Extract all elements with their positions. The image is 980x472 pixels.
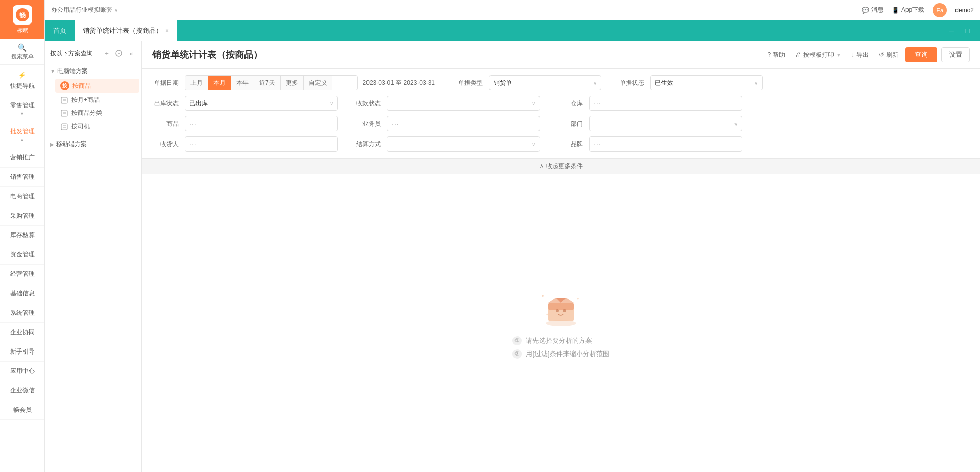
salesperson-label: 业务员 [354, 120, 381, 128]
current-year-button[interactable]: 本年 [231, 76, 254, 90]
prev-month-button[interactable]: 上月 [185, 76, 208, 90]
tab-close-icon[interactable]: × [165, 27, 169, 34]
scheme-by-category[interactable]: 按商品分类 [55, 107, 139, 120]
app-logo[interactable]: 畅 标赋 [0, 0, 44, 39]
collapse-panel-button[interactable]: « [126, 48, 136, 58]
department-control[interactable]: ∨ [589, 116, 742, 131]
topbar: 办公用品行业模拟账套 ∨ 💬 消息 📱 App下载 Ea demo2 [45, 0, 980, 20]
salesperson-control[interactable]: ··· [387, 116, 540, 131]
enterprise-label: 企业协同 [10, 328, 35, 337]
custom-date-button[interactable]: 自定义 [304, 76, 332, 90]
content-area: 按以下方案查询 + « ▼ 电脑端方案 [45, 41, 980, 472]
avatar[interactable]: Ea [933, 3, 947, 17]
collapse-filter-bar[interactable]: ∧ 收起更多条件 [142, 158, 980, 174]
hint-2-text: 用[过滤]条件来缩小分析范围 [526, 349, 609, 359]
filter-row-2: 出库状态 已出库 ∨ 收款状态 ∨ 仓库 ··· [152, 96, 970, 111]
stock-status-control[interactable]: 已出库 ∨ [185, 96, 338, 111]
recipient-control[interactable]: ··· [185, 136, 338, 152]
sidebar-item-operations[interactable]: 经营管理 [0, 265, 44, 284]
sidebar-item-marketing[interactable]: 营销推广 [0, 148, 44, 168]
sidebar-item-appcenter[interactable]: 应用中心 [0, 362, 44, 381]
desktop-arrow-icon: ▼ [50, 68, 55, 74]
empty-hint-1: ① 请先选择要分析的方案 [512, 336, 609, 345]
export-button[interactable]: ↓ 导出 [848, 49, 872, 61]
sidebar-item-weixin[interactable]: 企业微信 [0, 381, 44, 400]
refresh-button[interactable]: ↺ 刷新 [876, 49, 901, 61]
sidebar-item-member[interactable]: 畅会员 [0, 400, 44, 420]
payment-status-control[interactable]: ∨ [387, 96, 540, 111]
product-dots: ··· [189, 120, 197, 128]
salesperson-dots: ··· [391, 120, 399, 128]
warehouse-dots: ··· [594, 99, 601, 107]
finance-label: 资金管理 [10, 250, 35, 259]
sidebar-item-inventory[interactable]: 库存核算 [0, 226, 44, 245]
date-range-display[interactable]: 2023-03-01 至 2023-03-31 [358, 79, 440, 87]
svg-point-17 [563, 309, 566, 312]
current-month-button[interactable]: 本月 [208, 76, 231, 90]
scheme-by-product[interactable]: 按 按商品 [55, 79, 139, 93]
desktop-section-header[interactable]: ▼ 电脑端方案 [45, 64, 141, 78]
search-menu-label: 搜索菜单 [0, 53, 44, 60]
messages-action[interactable]: 💬 消息 [862, 6, 884, 14]
sidebar-item-wholesale[interactable]: 批发管理 ▲ [0, 122, 44, 148]
svg-text:畅: 畅 [19, 12, 26, 19]
search-menu-item[interactable]: 🔍 搜索菜单 [0, 39, 44, 65]
filter-row-4: 收货人 ··· 结算方式 ∨ 品牌 ··· [152, 136, 970, 152]
tab-home[interactable]: 首页 [45, 20, 75, 41]
recent7-button[interactable]: 近7天 [254, 76, 281, 90]
mobile-section-header[interactable]: ▶ 移动端方案 [45, 137, 141, 151]
sidebar-item-finance[interactable]: 资金管理 [0, 245, 44, 265]
sidebar-item-sales[interactable]: 销售管理 [0, 168, 44, 187]
system-label: 系统管理 [10, 309, 35, 317]
warehouse-control[interactable]: ··· [589, 96, 742, 111]
more-date-button[interactable]: 更多 [281, 76, 304, 90]
settlement-chevron-icon: ∨ [532, 141, 535, 147]
sidebar-item-newguide[interactable]: 新手引导 [0, 342, 44, 362]
username-label[interactable]: demo2 [955, 7, 974, 14]
help-icon: ? [767, 51, 771, 58]
message-icon: 💬 [862, 7, 869, 14]
stock-status-label: 出库状态 [152, 99, 179, 108]
weixin-label: 企业微信 [10, 386, 35, 395]
sidebar-item-basic[interactable]: 基础信息 [0, 284, 44, 303]
app-download-action[interactable]: 📱 App下载 [892, 6, 924, 14]
page-header: 销货单统计计表（按商品） ? 帮助 🖨 按模板打印 ▼ ↓ [142, 41, 980, 69]
scheme-by-cashier[interactable]: 按司机 [55, 120, 139, 133]
inventory-label: 库存核算 [10, 231, 35, 240]
settings-button[interactable]: 设置 [941, 47, 970, 62]
minimize-button[interactable]: ─ [945, 25, 958, 37]
by-month-product-label: 按月+商品 [71, 96, 100, 104]
tab-active-report[interactable]: 销货单统计计表（按商品） × [75, 20, 177, 41]
sidebar-item-retail[interactable]: 零售管理 ▼ [0, 96, 44, 122]
print-icon: 🖨 [795, 51, 801, 58]
settlement-control[interactable]: ∨ [387, 136, 540, 152]
svg-rect-7 [61, 110, 67, 116]
sidebar-item-quick-nav[interactable]: ⚡ 快捷导航 [0, 65, 44, 96]
doc-status-control[interactable]: 已生效 ∨ [650, 75, 763, 90]
print-button[interactable]: 🖨 按模板打印 ▼ [792, 49, 844, 61]
basic-label: 基础信息 [10, 289, 35, 298]
help-button[interactable]: ? 帮助 [764, 49, 788, 61]
query-button[interactable]: 查询 [905, 47, 937, 62]
sidebar-item-ecommerce[interactable]: 电商管理 [0, 187, 44, 206]
stock-status-chevron-icon: ∨ [330, 101, 333, 106]
scheme-by-month-product[interactable]: 按月+商品 [55, 93, 139, 106]
sidebar-item-purchase[interactable]: 采购管理 [0, 206, 44, 226]
hint-1-text: 请先选择要分析的方案 [526, 336, 592, 345]
product-control[interactable]: ··· [185, 116, 338, 131]
retail-label: 零售管理 [10, 101, 35, 110]
add-scheme-button[interactable]: + [102, 48, 112, 58]
by-cashier-icon [60, 123, 68, 131]
by-month-product-icon [60, 96, 68, 104]
doc-type-control[interactable]: 销货单 ∨ [489, 75, 601, 90]
sidebar-item-enterprise[interactable]: 企业协同 [0, 323, 44, 342]
svg-rect-10 [61, 124, 67, 130]
sidebar-item-system[interactable]: 系统管理 [0, 303, 44, 323]
query-label: 查询 [915, 51, 928, 58]
help-label: 帮助 [773, 51, 785, 59]
edit-scheme-button[interactable] [114, 48, 124, 58]
export-icon: ↓ [851, 51, 854, 58]
maximize-button[interactable]: □ [962, 25, 974, 37]
brand-control[interactable]: ··· [589, 136, 742, 152]
industry-label: 办公用品行业模拟账套 [51, 6, 112, 14]
